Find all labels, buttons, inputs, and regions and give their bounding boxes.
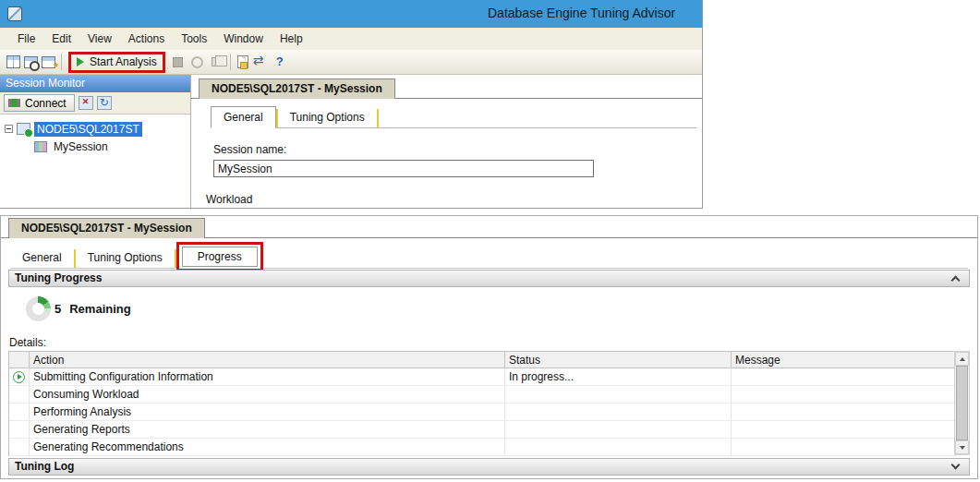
workload-label: Workload xyxy=(206,193,702,206)
menu-edit[interactable]: Edit xyxy=(43,28,79,50)
collapse-chevron-icon[interactable] xyxy=(951,276,961,285)
progress-tab-highlight: Progress xyxy=(176,242,263,271)
expand-chevron-icon[interactable] xyxy=(951,461,961,470)
column-header-message[interactable]: Message xyxy=(732,352,956,368)
start-analysis-highlight: Start Analysis xyxy=(68,52,165,73)
cancel-icon[interactable] xyxy=(191,56,203,68)
remaining-label: Remaining xyxy=(69,302,130,316)
tab-tuning-options-top[interactable]: Tuning Options xyxy=(278,107,377,127)
progress-summary: 5Remaining 5Total 0Success 0Error 0Warni… xyxy=(2,288,976,332)
tab-progress[interactable]: Progress xyxy=(182,247,258,267)
row-action: Consuming Workload xyxy=(30,386,505,403)
tuning-log-title: Tuning Log xyxy=(15,460,74,473)
menu-file[interactable]: File xyxy=(9,28,43,50)
scrollbar-thumb[interactable] xyxy=(956,366,968,440)
progress-donut-icon xyxy=(26,296,51,321)
toolbar-separator xyxy=(230,54,231,70)
tree-row-session: MySession xyxy=(0,138,190,155)
window-form-icon[interactable] xyxy=(42,56,55,68)
menu-actions[interactable]: Actions xyxy=(120,28,173,50)
disconnect-icon[interactable] xyxy=(79,96,93,110)
row-status: In progress... xyxy=(505,368,732,385)
document-tab[interactable]: NODE5\SQL2017ST - MySession xyxy=(199,78,395,99)
scroll-up-icon[interactable] xyxy=(955,352,969,366)
column-header-icon xyxy=(9,352,30,368)
connect-label: Connect xyxy=(25,97,67,110)
document-tab-bottom[interactable]: NODE5\SQL2017ST - MySession xyxy=(8,218,205,238)
scroll-down-icon[interactable] xyxy=(955,440,969,454)
clone-session-icon[interactable] xyxy=(212,57,222,66)
menubar: File Edit View Actions Tools Window Help xyxy=(0,28,702,50)
titlebar: Database Engine Tuning Advisor xyxy=(0,0,702,28)
menu-tools[interactable]: Tools xyxy=(173,28,215,50)
table-row[interactable]: Consuming Workload xyxy=(9,386,956,404)
row-message xyxy=(732,404,956,420)
tree-item-session[interactable]: MySession xyxy=(51,139,111,154)
screenshot-canvas: Database Engine Tuning Advisor File Edit… xyxy=(0,0,980,482)
menu-window[interactable]: Window xyxy=(215,28,272,50)
row-action: Generating Recommendations xyxy=(30,439,505,455)
tab-tuning-options-bottom[interactable]: Tuning Options xyxy=(76,247,175,268)
tuning-log-header[interactable]: Tuning Log xyxy=(8,458,970,476)
tab-separator xyxy=(377,109,379,127)
window-title: Database Engine Tuning Advisor xyxy=(488,6,675,20)
session-monitor-header: Session Monitor xyxy=(0,75,190,92)
document-tabstrip-bottom: NODE5\SQL2017ST - MySession xyxy=(1,216,977,238)
table-header-row: Action Status Message xyxy=(9,352,956,368)
session-monitor-toolbar: Connect xyxy=(0,92,190,114)
table-row[interactable]: Performing Analysis xyxy=(9,404,956,421)
stop-analysis-icon[interactable] xyxy=(173,57,183,67)
refresh-icon[interactable] xyxy=(97,96,112,110)
help-icon[interactable] xyxy=(272,54,288,69)
document-tabstrip: NODE5\SQL2017ST - MySession xyxy=(191,75,702,99)
session-name-input[interactable] xyxy=(213,160,594,177)
table-scrollbar[interactable] xyxy=(954,351,970,455)
column-header-action[interactable]: Action xyxy=(30,352,505,368)
progress-details-table: Action Status Message Submitting Configu… xyxy=(8,351,956,456)
tuning-progress-title: Tuning Progress xyxy=(15,271,102,284)
menu-view[interactable]: View xyxy=(79,28,120,50)
row-action: Generating Reports xyxy=(30,421,505,438)
row-message xyxy=(732,368,956,385)
tree-item-server[interactable]: NODE5\SQL2017ST xyxy=(34,122,142,137)
server-icon xyxy=(17,123,30,135)
remaining-count: 5Remaining xyxy=(54,302,131,316)
row-status xyxy=(505,404,732,420)
row-message xyxy=(732,421,956,438)
start-analysis-label: Start Analysis xyxy=(90,55,157,68)
main-toolbar: Start Analysis xyxy=(0,50,702,75)
apply-recommendations-icon[interactable] xyxy=(253,54,269,69)
menu-help[interactable]: Help xyxy=(272,28,311,50)
table-row[interactable]: Submitting Configuration Information In … xyxy=(9,368,956,386)
progress-pane: NODE5\SQL2017ST - MySession General Tuni… xyxy=(0,215,978,479)
connect-button[interactable]: Connect xyxy=(4,94,75,112)
window-search-icon[interactable] xyxy=(24,56,38,68)
start-analysis-button[interactable]: Start Analysis xyxy=(72,55,162,68)
row-action: Performing Analysis xyxy=(30,404,505,420)
collapse-expander-icon[interactable] xyxy=(5,125,13,133)
page-tabstrip-bottom: General Tuning Options Progress xyxy=(10,241,968,269)
import-workload-icon[interactable] xyxy=(237,55,248,68)
in-progress-icon xyxy=(13,371,25,383)
table-row[interactable]: Generating Recommendations xyxy=(9,439,956,456)
play-icon xyxy=(77,57,84,66)
tab-general-bottom[interactable]: General xyxy=(10,247,74,268)
document-area: NODE5\SQL2017ST - MySession General Tuni… xyxy=(191,75,702,208)
row-message xyxy=(732,386,956,403)
column-header-status[interactable]: Status xyxy=(505,352,732,368)
toolbar-separator xyxy=(61,54,62,70)
new-session-icon[interactable] xyxy=(6,55,20,68)
page-tabstrip: General Tuning Options xyxy=(211,107,696,128)
row-status xyxy=(505,386,732,403)
row-action: Submitting Configuration Information xyxy=(30,368,505,385)
session-monitor-panel: Session Monitor Connect NODE5\SQL2017ST … xyxy=(0,75,191,208)
tab-general-top[interactable]: General xyxy=(211,106,276,128)
dta-main-window: Database Engine Tuning Advisor File Edit… xyxy=(0,0,703,209)
row-status xyxy=(505,421,732,438)
tree-row-server: NODE5\SQL2017ST xyxy=(0,120,190,138)
row-message xyxy=(732,439,956,455)
row-status xyxy=(505,439,732,455)
tuning-progress-header[interactable]: Tuning Progress xyxy=(8,270,970,287)
remaining-value: 5 xyxy=(54,302,61,316)
table-row[interactable]: Generating Reports xyxy=(9,421,956,439)
